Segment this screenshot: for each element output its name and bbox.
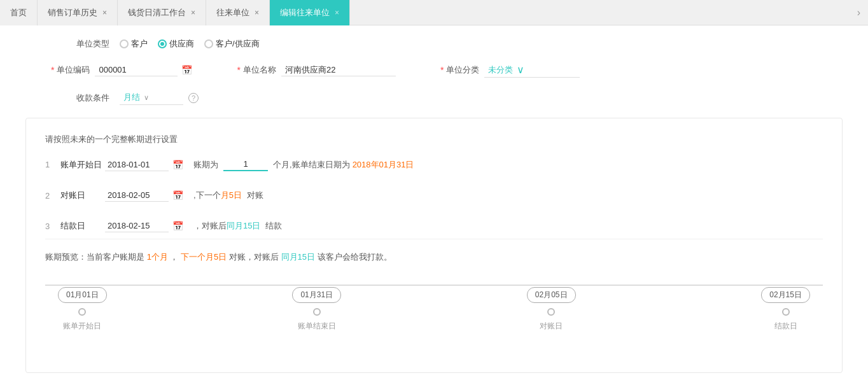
preview-reconcile-text: 对账，对账后 <box>229 252 279 262</box>
timeline-node-3: 02月05日 对账日 <box>527 287 576 332</box>
row-2-num: 2 <box>45 191 60 201</box>
preview-reconcile-day: 下一个月5日 <box>181 252 227 262</box>
node-2-label: 账单结束日 <box>298 321 336 332</box>
close-tab-cash-work[interactable]: × <box>191 8 195 17</box>
unit-category-chevron-icon: ∨ <box>517 64 524 76</box>
payment-select[interactable]: 月结 ∨ <box>120 90 183 105</box>
radio-both[interactable]: 客户/供应商 <box>204 38 260 50</box>
node-1-label: 账单开始日 <box>63 321 101 332</box>
close-tab-partner[interactable]: × <box>255 8 259 17</box>
radio-supplier-circle <box>158 39 167 48</box>
start-date-input[interactable] <box>105 158 169 171</box>
unit-category-group: * 单位分类 未分类 ∨ <box>440 62 580 78</box>
node-3-label: 对账日 <box>540 321 563 332</box>
node-4-label: 结款日 <box>774 321 797 332</box>
row-3-suffix: 结款 <box>265 220 282 232</box>
unit-name-input[interactable] <box>281 64 396 76</box>
timeline-node-1: 01月01日 账单开始日 <box>58 287 107 332</box>
date-row-2: 2 对账日 📅 ,下一个 月5日 对账 <box>45 189 823 202</box>
preview-payment-day: 同月15日 <box>281 252 315 262</box>
row-3-num: 3 <box>45 222 60 231</box>
unit-type-radio-group: 客户 供应商 客户/供应商 <box>120 38 260 50</box>
preview-period: 1个月 <box>147 252 168 262</box>
node-3-badge: 02月05日 <box>527 287 576 303</box>
close-tab-sales-history[interactable]: × <box>102 8 107 17</box>
section-title: 请按照未来的一个完整帐期进行设置 <box>45 134 823 145</box>
payment-row: 收款条件 月结 ∨ ? <box>76 90 843 105</box>
node-1-dot <box>78 308 86 316</box>
unit-code-star: * <box>51 65 54 75</box>
node-1-badge: 01月01日 <box>58 287 107 303</box>
row-1-suffix: 个月,账单结束日期为 <box>273 159 350 171</box>
row-1-prefix: 账期为 <box>193 159 218 171</box>
row-2-field: 对账日 <box>60 190 105 201</box>
row-2-prefix: ,下一个 <box>193 190 221 201</box>
tab-home[interactable]: 首页 <box>0 0 38 25</box>
preview-end-text: 该客户会给我打款。 <box>318 252 392 262</box>
node-2-badge: 01月31日 <box>292 287 341 303</box>
node-4-dot <box>782 308 790 316</box>
preview-section: 账期预览：当前客户账期是 1个月 ， 下一个月5日 对账，对账后 同月15日 该… <box>45 239 823 357</box>
timeline: 01月01日 账单开始日 01月31日 账单结束日 <box>45 277 823 357</box>
reconcile-calendar-icon[interactable]: 📅 <box>172 190 183 201</box>
period-settings-section: 请按照未来的一个完整帐期进行设置 1 账单开始日 📅 账期为 个月,账单结束日期… <box>25 118 843 373</box>
unit-category-value: 未分类 <box>488 64 513 76</box>
node-4-badge: 02月15日 <box>761 287 810 303</box>
main-content: 单位类型 客户 供应商 客户/供应商 * 单位编码 📅 * <box>0 25 868 387</box>
radio-both-circle <box>204 39 213 48</box>
row-3-prefix: ，对账后 <box>193 220 227 232</box>
unit-code-input[interactable] <box>95 64 178 76</box>
unit-name-star: * <box>237 65 240 75</box>
row-3-field: 结款日 <box>60 220 105 232</box>
row-1-num: 1 <box>45 160 60 169</box>
payment-label: 收款条件 <box>76 92 109 104</box>
unit-name-label: 单位名称 <box>243 64 276 76</box>
tab-sales-history[interactable]: 销售订单历史 × <box>38 0 118 25</box>
row-1-field: 账单开始日 <box>60 159 105 171</box>
node-3-dot <box>547 308 555 316</box>
unit-name-group: * 单位名称 <box>237 64 395 76</box>
radio-customer[interactable]: 客户 <box>120 38 148 50</box>
unit-category-select[interactable]: 未分类 ∨ <box>484 62 580 78</box>
timeline-line <box>45 285 823 286</box>
reconcile-date-input[interactable] <box>105 189 169 202</box>
unit-type-row: 单位类型 客户 供应商 客户/供应商 <box>76 38 843 50</box>
unit-code-label: 单位编码 <box>57 64 90 76</box>
payment-date-input[interactable] <box>105 220 169 232</box>
start-date-calendar-icon[interactable]: 📅 <box>172 160 183 170</box>
unit-code-group: * 单位编码 📅 <box>51 64 192 76</box>
unit-type-label: 单位类型 <box>76 38 109 50</box>
timeline-node-2: 01月31日 账单结束日 <box>292 287 341 332</box>
tab-partner[interactable]: 往来单位 × <box>206 0 270 25</box>
preview-label: 账期预览：当前客户账期是 <box>45 252 144 262</box>
unit-category-star: * <box>440 65 444 75</box>
payment-same-day: 同月15日 <box>227 220 260 232</box>
period-end-date: 2018年01月31日 <box>353 159 414 171</box>
period-input[interactable] <box>223 158 268 171</box>
payment-calendar-icon[interactable]: 📅 <box>172 221 183 231</box>
payment-help-icon[interactable]: ? <box>188 93 199 103</box>
unit-category-label: 单位分类 <box>446 64 479 76</box>
reconcile-next-day: 月5日 <box>221 190 242 201</box>
preview-text: 账期预览：当前客户账期是 1个月 ， 下一个月5日 对账，对账后 同月15日 该… <box>45 250 823 264</box>
node-2-dot <box>313 308 321 316</box>
payment-value: 月结 <box>123 92 140 103</box>
payment-chevron-icon: ∨ <box>144 94 149 102</box>
unit-code-calendar-icon[interactable]: 📅 <box>181 65 192 75</box>
radio-customer-circle <box>120 39 129 48</box>
tab-edit-partner[interactable]: 编辑往来单位 × <box>270 0 350 25</box>
tab-more-button[interactable]: › <box>850 7 868 18</box>
preview-sep1: ， <box>170 252 178 262</box>
date-row-1: 1 账单开始日 📅 账期为 个月,账单结束日期为 2018年01月31日 <box>45 158 823 171</box>
timeline-node-4: 02月15日 结款日 <box>761 287 810 332</box>
tab-cash-work[interactable]: 钱货日清工作台 × <box>118 0 206 25</box>
close-tab-edit-partner[interactable]: × <box>335 8 339 17</box>
tab-bar: 首页 销售订单历史 × 钱货日清工作台 × 往来单位 × 编辑往来单位 × › <box>0 0 868 25</box>
unit-info-row: * 单位编码 📅 * 单位名称 * 单位分类 未分类 ∨ <box>51 62 843 78</box>
row-2-suffix: 对账 <box>247 190 263 201</box>
radio-supplier[interactable]: 供应商 <box>158 38 194 50</box>
date-row-3: 3 结款日 📅 ，对账后 同月15日 结款 <box>45 220 823 232</box>
